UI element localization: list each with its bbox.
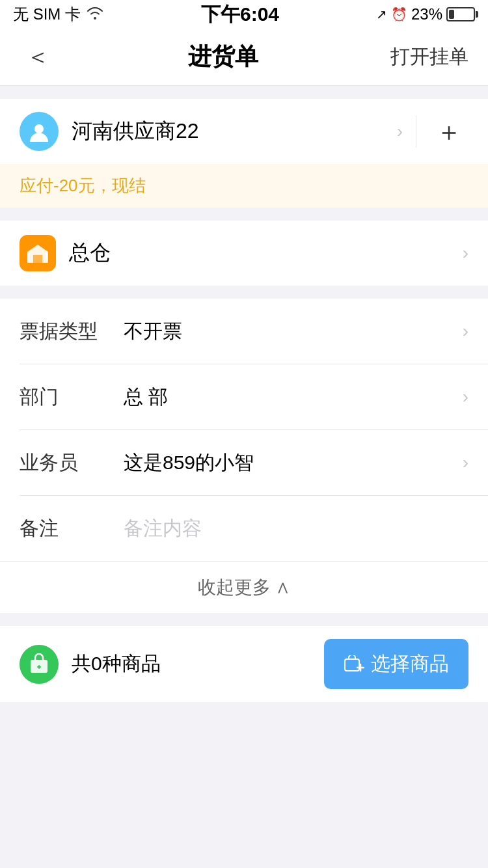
dept-label: 部门 bbox=[20, 384, 111, 411]
select-product-label: 选择商品 bbox=[371, 651, 449, 677]
supplier-divider bbox=[416, 115, 416, 148]
svg-point-0 bbox=[34, 124, 44, 133]
invoice-value: 不开票 bbox=[111, 318, 463, 345]
collapse-label: 收起更多 ∧ bbox=[198, 575, 291, 600]
remark-label: 备注 bbox=[20, 515, 111, 542]
warehouse-icon-wrap bbox=[20, 235, 56, 271]
remark-row[interactable]: 备注 备注内容 bbox=[0, 496, 488, 561]
back-button[interactable]: ＜ bbox=[20, 34, 56, 79]
warehouse-label: 总仓 bbox=[69, 239, 463, 267]
salesperson-chevron-icon: › bbox=[463, 452, 468, 473]
dept-value: 总 部 bbox=[111, 384, 463, 411]
salesperson-value: 这是859的小智 bbox=[111, 450, 463, 476]
remark-input[interactable]: 备注内容 bbox=[111, 515, 468, 542]
location-icon: ↗ bbox=[376, 7, 387, 22]
warehouse-chevron-icon: › bbox=[463, 243, 468, 264]
open-pending-button[interactable]: 打开挂单 bbox=[390, 44, 468, 70]
svg-rect-2 bbox=[33, 255, 42, 263]
supplier-name: 河南供应商22 bbox=[72, 117, 397, 146]
carrier-label: 无 SIM 卡 bbox=[13, 4, 81, 25]
alarm-icon: ⏰ bbox=[391, 7, 407, 22]
status-bar: 无 SIM 卡 下午6:04 ↗ ⏰ 23% bbox=[0, 0, 488, 29]
svg-rect-4 bbox=[345, 659, 359, 671]
salesperson-row[interactable]: 业务员 这是859的小智 › bbox=[0, 430, 488, 495]
status-left: 无 SIM 卡 bbox=[13, 4, 104, 25]
nav-bar: ＜ 进货单 打开挂单 bbox=[0, 29, 488, 86]
supplier-section: 河南供应商22 › ＋ 应付-20元，现结 bbox=[0, 99, 488, 208]
warehouse-row[interactable]: 总仓 › bbox=[0, 221, 488, 286]
gap-3 bbox=[0, 286, 488, 299]
dept-row[interactable]: 部门 总 部 › bbox=[0, 364, 488, 429]
dept-chevron-icon: › bbox=[463, 387, 468, 407]
select-product-button[interactable]: 选择商品 bbox=[324, 639, 468, 689]
salesperson-label: 业务员 bbox=[20, 450, 111, 476]
gap-1 bbox=[0, 86, 488, 99]
wifi-icon bbox=[86, 5, 104, 23]
product-count-label: 共0种商品 bbox=[72, 651, 311, 677]
add-button[interactable]: ＋ bbox=[429, 114, 468, 150]
page-background bbox=[0, 702, 488, 868]
supplier-chevron-icon: › bbox=[397, 121, 403, 142]
supplier-row[interactable]: 河南供应商22 › ＋ bbox=[0, 99, 488, 164]
status-right: ↗ ⏰ 23% bbox=[376, 5, 475, 23]
product-bar: 共0种商品 选择商品 bbox=[0, 626, 488, 702]
battery-icon bbox=[446, 7, 475, 21]
invoice-label: 票据类型 bbox=[20, 318, 111, 345]
collapse-bar[interactable]: 收起更多 ∧ bbox=[0, 561, 488, 613]
invoice-chevron-icon: › bbox=[463, 321, 468, 342]
gap-2 bbox=[0, 208, 488, 221]
time-display: 下午6:04 bbox=[201, 1, 279, 28]
gap-4 bbox=[0, 613, 488, 626]
warehouse-section: 总仓 › bbox=[0, 221, 488, 286]
battery-pct-label: 23% bbox=[411, 5, 442, 23]
page-title: 进货单 bbox=[188, 41, 258, 73]
form-section: 票据类型 不开票 › 部门 总 部 › 业务员 这是859的小智 › 备注 备注… bbox=[0, 299, 488, 613]
product-icon-wrap bbox=[20, 645, 59, 684]
notice-banner: 应付-20元，现结 bbox=[0, 164, 488, 208]
invoice-row[interactable]: 票据类型 不开票 › bbox=[0, 299, 488, 364]
avatar bbox=[20, 112, 59, 151]
